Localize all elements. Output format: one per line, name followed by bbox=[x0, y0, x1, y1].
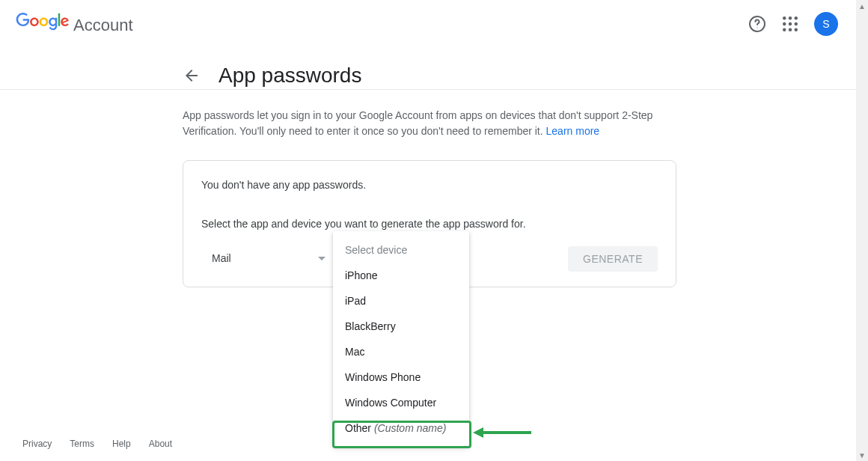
status-text: You don't have any app passwords. bbox=[201, 179, 658, 191]
title-bar: App passwords bbox=[0, 48, 856, 90]
scroll-up-icon[interactable]: ▲ bbox=[856, 0, 868, 12]
device-option-blackberry[interactable]: BlackBerry bbox=[333, 314, 469, 339]
svg-point-4 bbox=[795, 16, 798, 19]
svg-point-10 bbox=[795, 28, 798, 31]
other-hint: (Custom name) bbox=[374, 422, 446, 434]
footer-link-privacy[interactable]: Privacy bbox=[22, 439, 52, 449]
apps-grid-icon[interactable] bbox=[781, 15, 799, 33]
device-option-windows-phone[interactable]: Windows Phone bbox=[333, 364, 469, 390]
page-title: App passwords bbox=[218, 64, 361, 88]
help-icon[interactable] bbox=[748, 15, 766, 33]
svg-point-6 bbox=[789, 22, 792, 25]
device-option-windows-computer[interactable]: Windows Computer bbox=[333, 390, 469, 415]
page-description: App passwords let you sign in to your Go… bbox=[183, 108, 676, 139]
footer-link-about[interactable]: About bbox=[149, 439, 172, 449]
scrollbar[interactable]: ▲ ▼ bbox=[856, 0, 868, 461]
chevron-down-icon bbox=[318, 257, 326, 260]
instruction-text: Select the app and device you want to ge… bbox=[201, 218, 658, 230]
avatar[interactable]: S bbox=[814, 12, 838, 36]
google-logo-icon bbox=[15, 13, 70, 31]
back-button[interactable] bbox=[183, 67, 201, 85]
svg-point-3 bbox=[789, 16, 792, 19]
device-option-iphone[interactable]: iPhone bbox=[333, 263, 469, 288]
footer-link-terms[interactable]: Terms bbox=[70, 439, 94, 449]
footer: Privacy Terms Help About bbox=[22, 439, 172, 449]
header: Account S bbox=[0, 0, 856, 48]
select-app-dropdown[interactable]: Mail bbox=[209, 248, 328, 269]
device-option-ipad[interactable]: iPad bbox=[333, 288, 469, 314]
device-option-other[interactable]: Other (Custom name) bbox=[333, 415, 469, 441]
svg-point-8 bbox=[783, 28, 786, 31]
learn-more-link[interactable]: Learn more bbox=[546, 125, 600, 137]
logo[interactable]: Account bbox=[15, 13, 133, 35]
footer-link-help[interactable]: Help bbox=[112, 439, 131, 449]
select-device-dropdown-menu: Select device iPhone iPad BlackBerry Mac… bbox=[333, 231, 469, 447]
other-label: Other bbox=[345, 422, 374, 434]
svg-point-5 bbox=[783, 22, 786, 25]
scroll-down-icon[interactable]: ▼ bbox=[856, 449, 868, 461]
svg-point-9 bbox=[789, 28, 792, 31]
generate-button[interactable]: GENERATE bbox=[568, 246, 658, 272]
device-option-mac[interactable]: Mac bbox=[333, 339, 469, 364]
svg-point-7 bbox=[795, 22, 798, 25]
select-device-placeholder: Select device bbox=[333, 237, 469, 263]
product-name: Account bbox=[73, 16, 133, 35]
svg-point-1 bbox=[757, 27, 757, 28]
annotation-arrow-icon bbox=[473, 425, 533, 440]
select-app-value: Mail bbox=[212, 252, 231, 264]
svg-point-2 bbox=[783, 16, 786, 19]
svg-marker-12 bbox=[473, 427, 483, 438]
